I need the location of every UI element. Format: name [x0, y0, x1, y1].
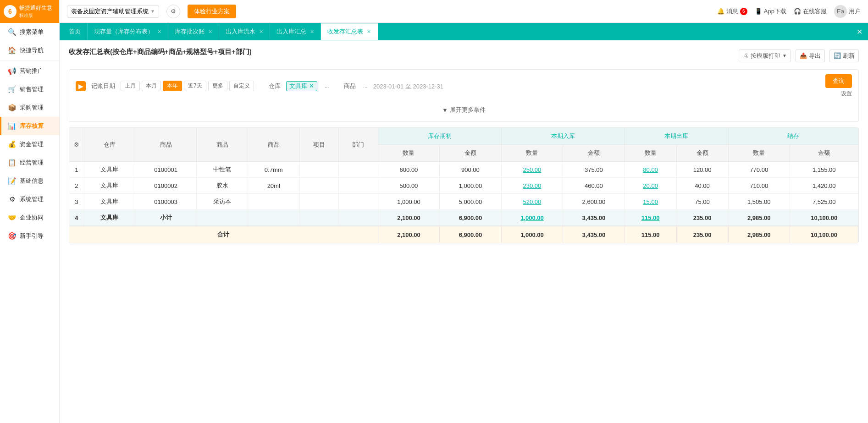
sidebar-item-search[interactable]: 🔍 搜索菜单	[0, 23, 59, 41]
trial-button[interactable]: 体验行业方案	[188, 5, 236, 18]
cart-icon: 🛒	[8, 85, 16, 93]
th-balance-amt: 金额	[790, 145, 858, 162]
row2-department	[339, 178, 378, 194]
th-out-qty: 数量	[625, 145, 676, 162]
message-label: 消息	[726, 7, 738, 16]
tab-inventory-dist-label: 现存量（库存分布表）	[94, 27, 154, 36]
sidebar-item-collab[interactable]: 🤝 企业协同	[0, 209, 59, 227]
filter-settings-link[interactable]: 设置	[841, 90, 852, 98]
sidebar-label-search: 搜索菜单	[20, 28, 44, 36]
row3-in-qty[interactable]: 520.00	[501, 194, 563, 210]
export-button[interactable]: 📤 导出	[796, 49, 825, 62]
online-service-action[interactable]: 🎧 在线客服	[794, 7, 827, 16]
message-badge: 6	[740, 8, 747, 15]
th-goods-code: 商品	[135, 128, 197, 162]
subtotal-row: 4 文具库 小计 2,100.00 6,900.00 1,000.00 3,43…	[69, 210, 858, 226]
close-all-tabs[interactable]: ✕	[851, 27, 868, 36]
row2-goods-code: 0100002	[135, 178, 197, 194]
tab-stock-summary-label: 收发存汇总表	[327, 27, 363, 36]
tab-close-inventory-dist[interactable]: ✕	[157, 29, 161, 35]
sidebar-label-finance: 资金管理	[20, 140, 44, 148]
tab-close-flow[interactable]: ✕	[259, 29, 263, 35]
system-selector[interactable]: 装备及固定资产辅助管理系统 ▼	[67, 5, 159, 18]
row2-opening-qty: 500.00	[378, 178, 439, 194]
row1-balance-qty: 770.00	[728, 162, 790, 178]
refresh-button[interactable]: 🔄 刷新	[829, 49, 859, 62]
date-btn-prev-month[interactable]: 上月	[121, 81, 140, 91]
filter-top-row: ▶ 记账日期 上月 本月 本年 近7天 更多 自定义 仓库	[76, 74, 852, 98]
row1-no: 1	[69, 162, 84, 178]
warehouse-tag-close-btn[interactable]: ✕	[309, 82, 314, 89]
sidebar-item-system[interactable]: ⚙ 系统管理	[0, 190, 59, 209]
row2-out-qty[interactable]: 20.00	[625, 178, 676, 194]
row1-out-qty[interactable]: 80.00	[625, 162, 676, 178]
handshake-icon: 🤝	[8, 214, 16, 222]
sidebar-item-marketing[interactable]: 📢 营销推广	[0, 62, 59, 80]
tab-inventory-dist[interactable]: 现存量（库存分布表） ✕	[88, 23, 168, 40]
date-btn-this-year[interactable]: 本年	[163, 81, 182, 91]
column-settings-icon[interactable]: ⚙	[74, 141, 79, 148]
row1-project	[299, 162, 339, 178]
warehouse-more-btn[interactable]: ...	[325, 83, 329, 89]
sidebar-item-inventory[interactable]: 📊 库存核算	[0, 117, 59, 135]
th-group-balance: 结存	[728, 128, 858, 145]
subtotal-out-qty[interactable]: 115.00	[625, 210, 676, 226]
settings-button[interactable]: ⚙	[166, 5, 180, 18]
phone-icon: 📱	[755, 8, 762, 15]
message-action[interactable]: 🔔 消息 6	[717, 7, 747, 16]
user-action[interactable]: Ea 用户	[834, 5, 861, 18]
sidebar-label-guide: 新手引导	[20, 232, 44, 240]
goods-more-btn[interactable]: ...	[363, 83, 368, 89]
tab-home-label: 首页	[69, 27, 81, 36]
tab-home[interactable]: 首页	[60, 23, 88, 40]
tab-stock-summary[interactable]: 收发存汇总表 ✕	[321, 23, 378, 40]
date-btn-this-month[interactable]: 本月	[142, 81, 161, 91]
th-opening-amt: 金额	[440, 145, 501, 162]
date-btn-custom[interactable]: 自定义	[229, 81, 254, 91]
content-area: 收发存汇总表(按仓库+商品编码+商品+规格型号+项目+部门) 🖨 按模版打印 ▼…	[60, 40, 868, 423]
settings-icon: ⚙	[171, 8, 176, 15]
th-settings[interactable]: ⚙	[69, 128, 84, 162]
tab-close-batch[interactable]: ✕	[208, 29, 212, 35]
sidebar-item-purchase[interactable]: 📦 采购管理	[0, 99, 59, 117]
th-warehouse: 仓库	[84, 128, 135, 162]
row3-in-amt: 2,600.00	[563, 194, 625, 210]
tab-batch[interactable]: 库存批次账 ✕	[168, 23, 219, 40]
total-opening-qty: 2,100.00	[378, 226, 439, 243]
headset-icon: 🎧	[794, 8, 801, 15]
expand-more-btn[interactable]: ▼ 展开更多条件	[442, 106, 486, 114]
print-button[interactable]: 🖨 按模版打印 ▼	[739, 49, 791, 62]
tab-close-summary[interactable]: ✕	[310, 29, 314, 35]
sidebar-item-guide[interactable]: 🎯 新手引导	[0, 227, 59, 245]
sidebar-item-sales[interactable]: 🛒 销售管理	[0, 80, 59, 99]
date-btn-more[interactable]: 更多	[208, 81, 227, 91]
row3-balance-amt: 7,525.00	[790, 194, 858, 210]
row1-in-qty[interactable]: 250.00	[501, 162, 563, 178]
app-download-action[interactable]: 📱 App下载	[755, 7, 786, 16]
query-button[interactable]: 查询	[825, 74, 852, 88]
subtotal-in-qty[interactable]: 1,000.00	[501, 210, 563, 226]
tab-summary[interactable]: 出入库汇总 ✕	[270, 23, 321, 40]
subtotal-empty2	[248, 210, 299, 226]
sidebar-item-basic[interactable]: 📝 基础信息	[0, 172, 59, 190]
row3-out-qty[interactable]: 15.00	[625, 194, 676, 210]
tab-close-stock-summary[interactable]: ✕	[367, 29, 371, 35]
refresh-label: 刷新	[843, 52, 855, 60]
th-in-qty: 数量	[501, 145, 563, 162]
main-area: 装备及固定资产辅助管理系统 ▼ ⚙ 体验行业方案 🔔 消息 6 📱 App下载 …	[60, 0, 868, 423]
th-goods-spec: 商品	[248, 128, 299, 162]
sidebar-item-business[interactable]: 📋 经营管理	[0, 154, 59, 172]
sidebar-item-finance[interactable]: 💰 资金管理	[0, 135, 59, 154]
total-balance-amt: 10,100.00	[790, 226, 858, 243]
total-row: 合计 2,100.00 6,900.00 1,000.00 3,435.00 1…	[69, 226, 858, 243]
row2-in-qty[interactable]: 230.00	[501, 178, 563, 194]
filter-toggle-button[interactable]: ▶	[76, 81, 86, 91]
row2-opening-amt: 1,000.00	[440, 178, 501, 194]
tab-flow[interactable]: 出入库流水 ✕	[219, 23, 270, 40]
row1-out-amt: 120.00	[676, 162, 728, 178]
app-title-line1: 畅捷通好生意	[19, 5, 52, 12]
row3-department	[339, 194, 378, 210]
date-btn-7days[interactable]: 近7天	[184, 81, 206, 91]
sidebar-item-quicknav[interactable]: 🏠 快捷导航	[0, 41, 59, 60]
row3-goods-code: 0100003	[135, 194, 197, 210]
